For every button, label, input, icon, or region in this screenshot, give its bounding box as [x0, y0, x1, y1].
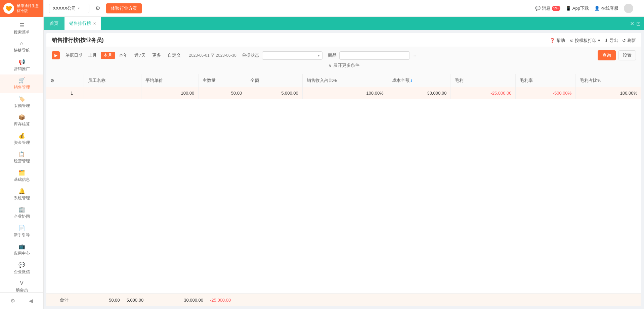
date-tab-this-year[interactable]: 本年 [116, 52, 130, 59]
col-employee: 员工名称 [84, 74, 141, 87]
row-employee [84, 87, 141, 99]
filter-arrow-button[interactable]: ▶ [52, 51, 60, 59]
marketing-label: 营销推广 [14, 66, 30, 72]
sidebar-item-sales[interactable]: 🛒 销售管理 [0, 74, 43, 93]
expand-conditions-button[interactable]: ∨ 展开更多条件 [52, 60, 636, 70]
user-avatar[interactable] [624, 4, 633, 13]
col-settings[interactable]: ⚙ [46, 74, 60, 87]
settings-icon[interactable]: ⚙ [10, 298, 15, 304]
member-label: 畅会员 [16, 287, 28, 292]
sidebar-item-purchase[interactable]: 🏷️ 采购管理 [0, 93, 43, 111]
row-profit-rate: -500.00% [516, 87, 576, 99]
footer-amount: 5,000.00 [127, 298, 144, 303]
col-sales-ratio: 销售收入占比% [302, 74, 388, 87]
goods-input[interactable] [339, 51, 410, 60]
tab-sales-ranking[interactable]: 销售排行榜 ✕ [65, 17, 101, 30]
topbar-settings-icon[interactable]: ⚙ [93, 3, 103, 13]
basic-info-label: 基础信息 [14, 177, 30, 183]
collapse-icon[interactable]: ◀ [29, 298, 33, 304]
tab-home[interactable]: 首页 [44, 17, 65, 30]
settings-button[interactable]: 设置 [618, 50, 636, 60]
sales-ranking-table: ⚙ 员工名称 平均单价 主数量 全额 销售收入占比% 成本全额 ℹ 毛利 毛利率… [46, 74, 641, 99]
column-settings-icon[interactable]: ⚙ [50, 78, 54, 83]
quick-nav-icon: ⌂ [20, 41, 24, 47]
message-action[interactable]: 💬 消息 99+ [535, 5, 560, 11]
sidebar-item-inventory[interactable]: 📦 库存核算 [0, 111, 43, 130]
col-avg-price: 平均单价 [141, 74, 199, 87]
status-filter-group: 单据状态 [242, 51, 323, 60]
date-tab-last-month[interactable]: 上月 [85, 52, 99, 59]
goods-filter-group: 商品 ··· [328, 51, 416, 60]
date-tab-7days[interactable]: 近7天 [132, 52, 148, 59]
status-select[interactable] [262, 51, 323, 60]
cost-info-icon[interactable]: ℹ [411, 79, 412, 83]
sidebar-item-enterprise-collab[interactable]: 🏢 企业协同 [0, 204, 43, 222]
sales-label: 销售管理 [14, 85, 30, 90]
app-download-action[interactable]: 📱 App下载 [566, 5, 589, 11]
content-area: 销售排行榜(按业务员) ❓ 帮助 🖨 按模板打印 ▾ ⬇ 导出 [44, 30, 644, 309]
tab-close-icon[interactable]: ✕ [93, 21, 96, 26]
row-rank: 1 [60, 87, 84, 99]
sidebar-item-app-center[interactable]: 📺 应用中心 [0, 241, 43, 259]
member-icon: V [20, 280, 24, 286]
more-filter-icon[interactable]: ··· [413, 53, 416, 58]
inventory-icon: 📦 [18, 114, 25, 120]
search-order-icon: ☰ [19, 22, 24, 29]
date-tab-this-month[interactable]: 本月 [101, 52, 115, 59]
operation-label: 经营管理 [14, 158, 30, 164]
basic-info-icon: 🗂️ [18, 169, 25, 176]
sales-icon: 🛒 [18, 77, 25, 84]
footer-quantity: 50.00 [109, 298, 120, 303]
status-label: 单据状态 [242, 52, 259, 58]
main-area: XXXXX公司 ▾ ⚙ 体验行业方案 💬 消息 99+ 📱 App下载 👤 在线… [44, 0, 644, 309]
export-button[interactable]: ⬇ 导出 [604, 38, 618, 44]
sidebar-item-enterprise-wechat[interactable]: 💬 企业微信 [0, 259, 43, 277]
tabbar: 首页 销售排行榜 ✕ ✕ ⊡ [44, 17, 644, 30]
topbar: XXXXX公司 ▾ ⚙ 体验行业方案 💬 消息 99+ 📱 App下载 👤 在线… [44, 0, 644, 17]
sidebar-item-finance[interactable]: 💰 资金管理 [0, 130, 43, 148]
beginner-label: 新手引导 [14, 232, 30, 238]
search-order-label: 搜索菜单 [14, 30, 30, 35]
sidebar-item-member[interactable]: V 畅会员 [0, 277, 43, 292]
window-maximize-icon[interactable]: ⊡ [636, 20, 641, 27]
help-button[interactable]: ❓ 帮助 [550, 38, 565, 44]
enterprise-collab-icon: 🏢 [18, 206, 25, 213]
footer-cost: 30,000.00 [184, 298, 203, 303]
page-actions: ❓ 帮助 🖨 按模板打印 ▾ ⬇ 导出 ↺ 刷新 [550, 38, 636, 44]
sidebar-item-basic-info[interactable]: 🗂️ 基础信息 [0, 167, 43, 185]
row-profit: -25,000.00 [451, 87, 516, 99]
company-dropdown-arrow: ▾ [78, 6, 80, 10]
sidebar-item-marketing[interactable]: 📢 营销推广 [0, 56, 43, 74]
online-support-action[interactable]: 👤 在线客服 [594, 5, 618, 11]
refresh-icon: ↺ [622, 38, 626, 43]
marketing-icon: 📢 [18, 59, 25, 65]
sidebar-item-operation[interactable]: 📋 经营管理 [0, 148, 43, 167]
sidebar-item-search-order[interactable]: ☰ 搜索菜单 [0, 19, 43, 38]
company-select[interactable]: XXXXX公司 ▾ [49, 4, 89, 13]
help-icon: ❓ [550, 38, 555, 43]
sidebar-item-system[interactable]: 🔔 系统管理 [0, 185, 43, 204]
sidebar-item-beginner[interactable]: 📄 新手引导 [0, 222, 43, 241]
print-button[interactable]: 🖨 按模板打印 ▾ [569, 38, 600, 44]
date-tab-custom[interactable]: 自定义 [165, 52, 183, 59]
inventory-label: 库存核算 [14, 121, 30, 127]
beginner-icon: 📄 [18, 225, 25, 231]
col-profit-rate: 毛利率 [516, 74, 576, 87]
date-tab-more[interactable]: 更多 [149, 52, 164, 59]
col-profit: 毛利 [451, 74, 516, 87]
footer-profit: -25,000.00 [210, 298, 231, 303]
sidebar-bottom: ⚙ ◀ [0, 292, 43, 309]
refresh-button[interactable]: ↺ 刷新 [622, 38, 636, 44]
window-close-icon[interactable]: ✕ [630, 20, 634, 27]
query-button[interactable]: 查询 [598, 50, 616, 60]
sidebar-item-quick-nav[interactable]: ⌂ 快捷导航 [0, 38, 43, 56]
row-quantity: 50.00 [199, 87, 246, 99]
trial-button[interactable]: 体验行业方案 [106, 3, 142, 13]
logo-icon: 🧡 [3, 3, 14, 14]
system-label: 系统管理 [14, 195, 30, 201]
filter-area: ▶ 单据日期 上月 本月 本年 近7天 更多 自定义 2023-06-01 至 … [46, 47, 641, 74]
date-filter-group: 单据日期 上月 本月 本年 近7天 更多 自定义 [65, 52, 183, 59]
row-profit-ratio: 100.00% [576, 87, 641, 99]
col-quantity: 主数量 [199, 74, 246, 87]
finance-icon: 💰 [18, 133, 25, 139]
